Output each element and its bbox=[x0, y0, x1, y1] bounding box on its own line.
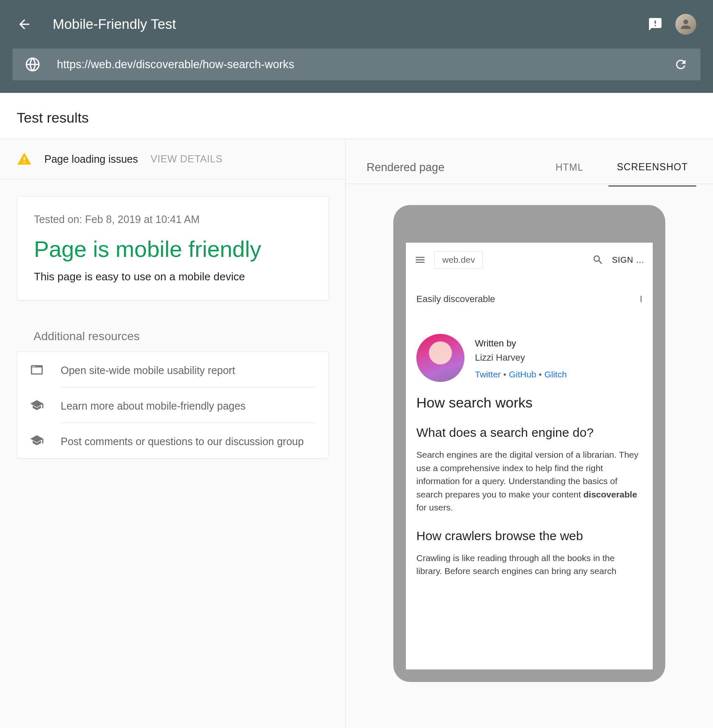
url-input[interactable]: https://web.dev/discoverable/how-search-… bbox=[57, 58, 674, 71]
breadcrumb-text: Easily discoverable bbox=[416, 294, 495, 305]
sign-in-button[interactable]: SIGN … bbox=[612, 255, 644, 265]
user-avatar[interactable] bbox=[675, 14, 696, 35]
phone-frame: web.dev SIGN … Easily discoverable I bbox=[393, 205, 665, 682]
svg-rect-1 bbox=[655, 25, 656, 26]
app-title: Mobile-Friendly Test bbox=[53, 16, 648, 32]
phone-preview-wrap: web.dev SIGN … Easily discoverable I bbox=[346, 184, 713, 703]
left-column: Page loading issues VIEW DETAILS Tested … bbox=[0, 139, 346, 728]
svg-rect-4 bbox=[24, 157, 25, 161]
breadcrumb-divider: I bbox=[640, 294, 642, 305]
article-paragraph-2: Crawling is like reading through all the… bbox=[416, 551, 642, 578]
results-title: Test results bbox=[17, 110, 696, 126]
url-bar-container: https://web.dev/discoverable/how-search-… bbox=[0, 49, 713, 93]
main-content: Page loading issues VIEW DETAILS Tested … bbox=[0, 139, 713, 728]
resource-text: Post comments or questions to our discus… bbox=[61, 436, 304, 447]
article-paragraph: Search engines are the digital version o… bbox=[416, 448, 642, 514]
result-card: Tested on: Feb 8, 2019 at 10:41 AM Page … bbox=[17, 196, 328, 300]
url-bar: https://web.dev/discoverable/how-search-… bbox=[13, 49, 700, 80]
written-by-label: Written by bbox=[475, 338, 567, 349]
author-name: Lizzi Harvey bbox=[475, 352, 567, 363]
tab-html[interactable]: HTML bbox=[547, 149, 592, 186]
resource-text: Open site-wide mobile usability report bbox=[61, 364, 235, 376]
search-icon[interactable] bbox=[592, 254, 604, 266]
link-glitch[interactable]: Glitch bbox=[544, 369, 567, 379]
article-subheading-2: How crawlers browse the web bbox=[416, 529, 642, 543]
svg-rect-5 bbox=[24, 161, 25, 163]
domain-box[interactable]: web.dev bbox=[434, 251, 483, 269]
hamburger-icon[interactable] bbox=[414, 254, 426, 266]
resource-usability-report[interactable]: Open site-wide mobile usability report bbox=[17, 352, 328, 387]
issues-label: Page loading issues bbox=[44, 153, 138, 165]
link-github[interactable]: GitHub bbox=[509, 369, 536, 379]
phone-screen: web.dev SIGN … Easily discoverable I bbox=[406, 243, 653, 669]
article-subheading: What does a search engine do? bbox=[416, 426, 642, 440]
author-links: Twitter•GitHub•Glitch bbox=[475, 369, 567, 379]
author-avatar bbox=[416, 334, 464, 382]
feedback-icon[interactable] bbox=[648, 17, 663, 32]
phone-topbar: web.dev SIGN … bbox=[406, 243, 653, 277]
web-icon bbox=[30, 363, 44, 377]
article-title: How search works bbox=[416, 395, 642, 411]
back-arrow-icon[interactable] bbox=[17, 17, 32, 32]
right-column: Rendered page HTML SCREENSHOT web.dev bbox=[346, 139, 713, 728]
header-actions bbox=[648, 14, 696, 35]
tab-screenshot[interactable]: SCREENSHOT bbox=[608, 149, 696, 187]
breadcrumb: Easily discoverable I bbox=[416, 277, 642, 334]
globe-icon bbox=[25, 57, 40, 72]
result-headline: Page is mobile friendly bbox=[34, 236, 311, 262]
resources-heading: Additional resources bbox=[0, 317, 345, 351]
resources-card: Open site-wide mobile usability report L… bbox=[17, 351, 328, 459]
tested-on-text: Tested on: Feb 8, 2019 at 10:41 AM bbox=[34, 213, 311, 226]
school-icon bbox=[30, 433, 44, 448]
rendered-page-label: Rendered page bbox=[367, 161, 531, 174]
app-header: Mobile-Friendly Test bbox=[0, 0, 713, 49]
phone-body: Easily discoverable I Written by Lizzi H… bbox=[406, 277, 653, 578]
right-header: Rendered page HTML SCREENSHOT bbox=[346, 139, 713, 184]
svg-rect-0 bbox=[655, 21, 656, 24]
link-twitter[interactable]: Twitter bbox=[475, 369, 501, 379]
resource-learn-more[interactable]: Learn more about mobile-friendly pages bbox=[17, 387, 328, 423]
author-info: Written by Lizzi Harvey Twitter•GitHub•G… bbox=[475, 334, 567, 379]
school-icon bbox=[30, 398, 44, 413]
resource-discussion[interactable]: Post comments or questions to our discus… bbox=[17, 423, 328, 458]
warning-icon bbox=[17, 151, 32, 167]
view-details-button[interactable]: VIEW DETAILS bbox=[151, 153, 223, 165]
issues-bar: Page loading issues VIEW DETAILS bbox=[0, 139, 345, 179]
result-subtext: This page is easy to use on a mobile dev… bbox=[34, 270, 311, 283]
refresh-icon[interactable] bbox=[674, 57, 688, 72]
resource-text: Learn more about mobile-friendly pages bbox=[61, 400, 246, 412]
author-block: Written by Lizzi Harvey Twitter•GitHub•G… bbox=[416, 334, 642, 382]
results-header: Test results bbox=[0, 93, 713, 139]
